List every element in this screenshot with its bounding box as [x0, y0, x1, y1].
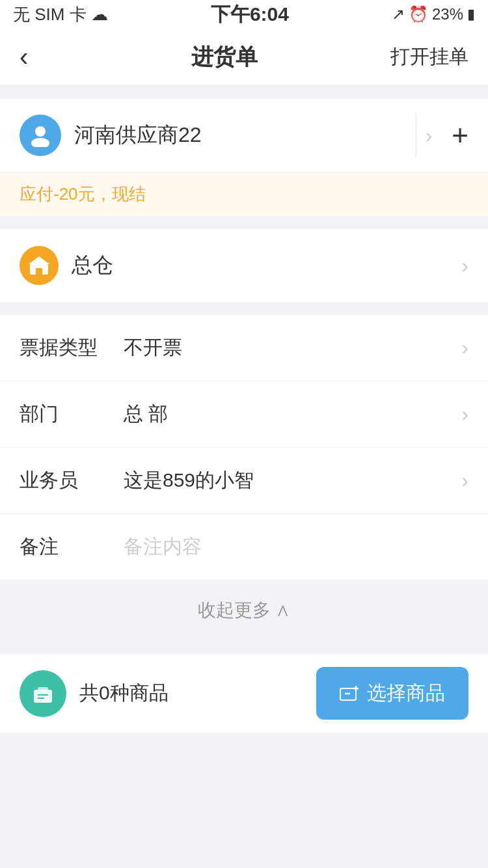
open-pending-button[interactable]: 打开挂单	[390, 44, 468, 70]
product-icon-wrap	[20, 670, 66, 717]
supplier-divider	[416, 113, 416, 157]
collapse-row[interactable]: 收起更多 ∧	[0, 580, 488, 641]
svg-rect-6	[38, 687, 48, 691]
salesperson-row[interactable]: 业务员 这是859的小智 ›	[0, 448, 488, 514]
svg-marker-3	[29, 256, 49, 264]
status-left: 无 SIM 卡 ☁	[13, 3, 108, 26]
svg-rect-5	[34, 690, 52, 703]
warehouse-label: 总仓	[72, 251, 461, 280]
warehouse-row[interactable]: 总仓 ›	[0, 229, 488, 302]
department-row[interactable]: 部门 总 部 ›	[0, 381, 488, 448]
notice-bar: 应付-20元，现结	[0, 172, 488, 216]
salesperson-chevron-icon: ›	[461, 468, 468, 493]
svg-point-1	[31, 138, 49, 147]
product-icon	[30, 681, 56, 707]
battery-icon: ▮	[467, 6, 475, 23]
form-section: 票据类型 不开票 › 部门 总 部 › 业务员 这是859的小智 › 备注 备注…	[0, 315, 488, 580]
supplier-chevron-icon: ›	[426, 124, 433, 148]
department-value: 总 部	[111, 401, 461, 427]
supplier-name: 河南供应商22	[74, 121, 426, 150]
select-product-label: 选择商品	[367, 680, 445, 707]
invoice-type-value: 不开票	[111, 334, 461, 361]
person-icon	[29, 124, 52, 147]
invoice-type-label: 票据类型	[20, 334, 111, 361]
supplier-row[interactable]: 河南供应商22 › +	[0, 99, 488, 172]
status-time: 下午6:04	[211, 1, 289, 28]
page-fill	[0, 733, 488, 863]
salesperson-label: 业务员	[20, 467, 111, 494]
status-right: ↗ ⏰ 23% ▮	[392, 5, 475, 23]
supplier-avatar	[20, 115, 61, 156]
select-product-button[interactable]: 选择商品	[316, 667, 468, 720]
warehouse-chevron-icon: ›	[461, 254, 468, 278]
product-bar: 共0种商品 选择商品	[0, 654, 488, 733]
select-product-icon	[340, 685, 360, 703]
notice-text: 应付-20元，现结	[20, 184, 146, 204]
remark-row[interactable]: 备注 备注内容	[0, 514, 488, 580]
salesperson-value: 这是859的小智	[111, 467, 461, 494]
alarm-icon: ⏰	[409, 5, 428, 23]
back-button[interactable]: ‹	[20, 42, 59, 72]
warehouse-icon	[27, 254, 51, 277]
sim-label: 无 SIM 卡 ☁	[13, 3, 108, 26]
invoice-type-row[interactable]: 票据类型 不开票 ›	[0, 315, 488, 381]
department-label: 部门	[20, 401, 111, 427]
collapse-text: 收起更多 ∧	[198, 598, 291, 623]
nav-bar: ‹ 进货单 打开挂单	[0, 29, 488, 86]
add-supplier-button[interactable]: +	[452, 119, 468, 152]
remark-placeholder: 备注内容	[111, 534, 468, 560]
remark-label: 备注	[20, 534, 111, 560]
section-gap-1	[0, 86, 488, 99]
location-icon: ↗	[392, 5, 405, 23]
svg-rect-4	[36, 268, 42, 275]
product-count: 共0种商品	[79, 680, 316, 707]
invoice-type-chevron-icon: ›	[461, 336, 468, 360]
status-bar: 无 SIM 卡 ☁ 下午6:04 ↗ ⏰ 23% ▮	[0, 0, 488, 29]
page-title: 进货单	[191, 42, 258, 72]
department-chevron-icon: ›	[461, 402, 468, 426]
section-gap-2	[0, 216, 488, 229]
svg-point-0	[35, 126, 46, 137]
warehouse-icon-wrap	[20, 246, 59, 285]
battery-label: 23%	[432, 5, 463, 23]
supplier-section: 河南供应商22 › + 应付-20元，现结	[0, 99, 488, 216]
